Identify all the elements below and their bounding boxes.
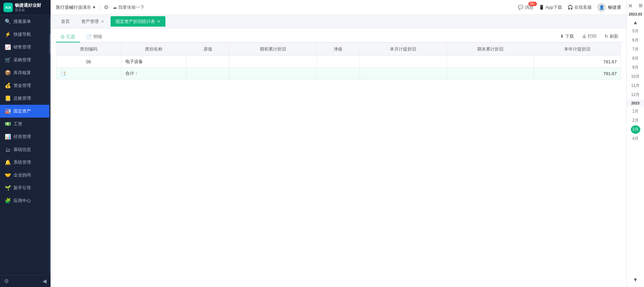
sidebar-item-ledger[interactable]: 📒总账管理 — [0, 92, 51, 105]
nav-icon-system: 🔔 — [5, 159, 11, 165]
sidebar-item-system[interactable]: 🔔系统管理 — [0, 156, 51, 169]
panel-date-label: 2023.03 — [629, 12, 642, 16]
col-header-monthly: 本月计提折旧 — [360, 43, 447, 56]
topbar-user[interactable]: 👤 畅捷通 — [597, 3, 621, 12]
nav-label-enterprise: 企业协同 — [13, 172, 31, 178]
sidebar-item-guide[interactable]: 🌱新手引导 — [0, 182, 51, 194]
logo-title: 畅捷通好业财 — [15, 3, 41, 8]
sidebar-nav: 🔍搜索菜单⚡快捷导航📈销售管理🛒采购管理📦库存核算💰资金管理📒总账管理🏭固定资产… — [0, 15, 51, 275]
print-label: 打印 — [588, 33, 596, 39]
topbar-service-btn[interactable]: 🎧 在线客服 — [568, 4, 592, 10]
nav-label-basic: 基础信息 — [13, 147, 31, 153]
subtotal-row: 📑 合计： 791.67 — [56, 68, 621, 79]
message-badge: 99+ — [528, 2, 537, 6]
subtotal-monthly — [360, 68, 447, 79]
sidebar-item-business[interactable]: 📊经营管理 — [0, 130, 51, 143]
month-list: 5月 6月 7月 8月 9月 10月 11月 12月 2023 1月 2月 3月… — [627, 27, 644, 276]
sub-tab-summary[interactable]: ⊙ 汇总 — [56, 32, 80, 42]
col-header-code: 类别编码 — [56, 43, 121, 56]
sidebar-item-inventory[interactable]: 📦库存核算 — [0, 66, 51, 79]
row-yearly: 791.67 — [534, 56, 621, 68]
topbar-app-download-btn[interactable]: 📱 App下载 — [539, 4, 562, 10]
sidebar-item-quicknav[interactable]: ⚡快捷导航 — [0, 28, 51, 41]
nav-icon-sales: 📈 — [5, 44, 11, 50]
month-2[interactable]: 2月 — [627, 116, 644, 125]
subtotal-net — [316, 68, 360, 79]
tab-depreciation[interactable]: 固定资产折旧统计表 ✕ — [111, 16, 165, 27]
nav-icon-ledger: 📒 — [5, 95, 11, 101]
month-3[interactable]: 3月 — [631, 125, 640, 134]
topbar-settings-btn[interactable]: ⚙ — [104, 4, 109, 10]
topbar-message-btn[interactable]: 💬 消息 99+ — [518, 4, 533, 10]
panel-nav-down[interactable]: ▼ — [632, 276, 640, 284]
table-row[interactable]: 05 电子设备 791.67 — [56, 56, 621, 68]
sidebar-item-payroll[interactable]: 💵工资 — [0, 118, 51, 130]
detail-icon: 📄 — [86, 34, 92, 39]
page-content: ⊙ 汇总 📄 明细 ⬇ 下载 🖨 打印 ↻ 刷新 — [51, 28, 626, 287]
print-btn[interactable]: 🖨 打印 — [579, 32, 599, 41]
col-header-net: 净值 — [316, 43, 360, 56]
sidebar-item-search[interactable]: 🔍搜索菜单 — [0, 15, 51, 28]
table-wrap: 类别编码 类别名称 原值 期初累计折旧 净值 本月计提折旧 期末累计折旧 本年计… — [51, 42, 626, 287]
sidebar-item-purchase[interactable]: 🛒采购管理 — [0, 54, 51, 66]
topbar-divider — [99, 4, 100, 11]
tabs-bar: 首页 资产管理 ✕ 固定资产折旧统计表 ✕ — [51, 15, 626, 28]
panel-close-btn[interactable]: ✕ — [628, 3, 633, 9]
sidebar-item-capital[interactable]: 💰资金管理 — [0, 79, 51, 92]
row-period-end — [447, 56, 534, 68]
nav-icon-capital: 💰 — [5, 83, 11, 89]
sidebar-item-sales[interactable]: 📈销售管理 — [0, 41, 51, 54]
row-original — [186, 56, 229, 68]
month-4[interactable]: 4月 — [627, 134, 644, 143]
month-item[interactable]: 7月 — [627, 45, 644, 54]
nav-label-payroll: 工资 — [13, 121, 22, 127]
subtotal-icon-cell: 📑 — [56, 68, 121, 79]
refresh-btn[interactable]: ↻ 刷新 — [602, 32, 621, 41]
year-label-2023: 2023 — [627, 100, 644, 106]
tab-home-label: 首页 — [61, 19, 70, 25]
experience-label: 我要体验一下 — [118, 4, 145, 10]
sub-tab-detail[interactable]: 📄 明细 — [81, 32, 107, 42]
month-item[interactable]: 11月 — [627, 82, 644, 90]
col-header-yearly: 本年计提折旧 — [534, 43, 621, 56]
nav-icon-guide: 🌱 — [5, 185, 11, 191]
sidebar-collapse-icon[interactable]: ◀ — [42, 278, 47, 284]
month-item[interactable]: 12月 — [627, 91, 644, 99]
month-item[interactable]: 6月 — [627, 36, 644, 44]
month-item[interactable]: 9月 — [627, 63, 644, 72]
month-item[interactable]: 8月 — [627, 54, 644, 63]
nav-icon-quicknav: ⚡ — [5, 31, 11, 37]
sidebar-settings-icon[interactable]: ⚙ — [4, 278, 9, 284]
sidebar-item-basic[interactable]: 🗂基础信息 — [0, 143, 51, 156]
subtotal-original — [186, 68, 229, 79]
row-monthly — [360, 56, 447, 68]
month-item[interactable]: 5月 — [627, 27, 644, 35]
subtotal-yearly: 791.67 — [534, 68, 621, 79]
nav-icon-purchase: 🛒 — [5, 57, 11, 63]
summary-icon: ⊙ — [61, 34, 65, 39]
nav-icon-enterprise: 🤝 — [5, 172, 11, 178]
topbar: 医疗器械行业演示 ▾ ⚙ ☁ 我要体验一下 💬 消息 99+ 📱 App下载 🎧… — [51, 0, 626, 15]
panel-expand-btn[interactable]: ⊞ — [639, 3, 643, 8]
topbar-company[interactable]: 医疗器械行业演示 ▾ — [56, 4, 95, 10]
row-name: 电子设备 — [121, 56, 186, 68]
sidebar-bottom: ⚙ ◀ — [0, 275, 51, 287]
month-item[interactable]: 10月 — [627, 72, 644, 81]
refresh-label: 刷新 — [610, 33, 618, 39]
tab-asset-mgmt-close[interactable]: ✕ — [101, 19, 104, 24]
download-btn[interactable]: ⬇ 下载 — [557, 32, 577, 41]
sidebar-item-enterprise[interactable]: 🤝企业协同 — [0, 169, 51, 182]
sidebar-item-appstore[interactable]: 🧩应用中心 — [0, 194, 51, 207]
panel-nav-up[interactable]: ▲ — [632, 18, 640, 27]
download-icon: 📱 — [539, 5, 544, 10]
sidebar-item-fixedasset[interactable]: 🏭固定资产 — [0, 105, 51, 118]
month-1[interactable]: 1月 — [627, 107, 644, 116]
nav-label-capital: 资金管理 — [13, 83, 31, 89]
nav-icon-basic: 🗂 — [5, 147, 11, 153]
topbar-experience-btn[interactable]: ☁ 我要体验一下 — [113, 4, 145, 10]
tab-asset-mgmt[interactable]: 资产管理 ✕ — [76, 16, 109, 27]
tab-home[interactable]: 首页 — [56, 16, 75, 27]
subtotal-period-end — [447, 68, 534, 79]
tab-depreciation-close[interactable]: ✕ — [157, 19, 160, 24]
subtotal-accumulated — [229, 68, 316, 79]
